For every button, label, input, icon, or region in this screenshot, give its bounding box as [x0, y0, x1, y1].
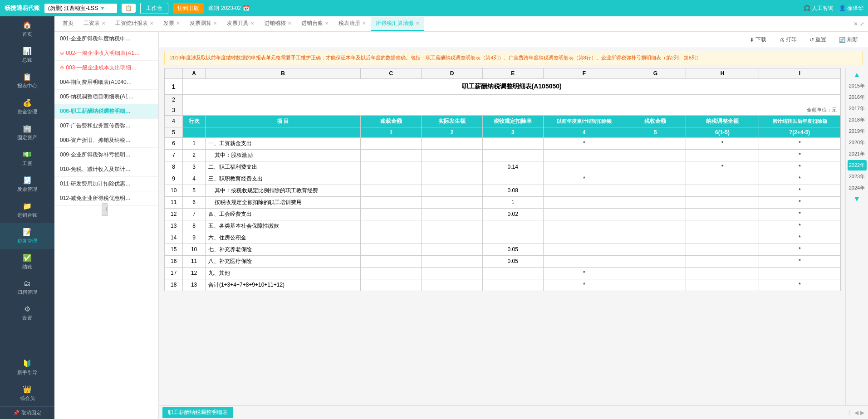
year-2016[interactable]: 2016年	[848, 92, 867, 102]
tab-payroll[interactable]: 工资表 ✕	[79, 17, 110, 31]
sidebar-item-payroll[interactable]: 💵 工资	[0, 146, 54, 171]
sidebar-item-reports[interactable]: 📋 报表中心	[0, 68, 54, 94]
year-2022[interactable]: 2022年	[848, 160, 867, 171]
sidebar-label-assets: 固定资产	[17, 134, 37, 141]
tab-bar-right: ✕ ⤢	[853, 21, 864, 27]
tab-payroll-label: 工资表	[83, 19, 100, 27]
form-list-item-004[interactable]: 004-期间费用明细表(A1040…	[54, 75, 158, 90]
headphone-icon: 🎧	[804, 5, 810, 11]
sidebar-item-assets[interactable]: 🏢 固定资产	[0, 120, 54, 146]
tab-invoice-issue-close[interactable]: ✕	[250, 21, 254, 26]
tab-fullscreen-icon[interactable]: ⤢	[860, 21, 864, 27]
sidebar-item-guide[interactable]: 🔰 新手引导	[0, 355, 54, 380]
calendar-icon[interactable]: 📅	[243, 5, 250, 11]
tab-audit-close[interactable]: ✕	[288, 21, 291, 26]
year-2021[interactable]: 2021年	[848, 149, 867, 159]
form-list-item-007[interactable]: 007-广告费和业务宣传费弥…	[54, 119, 158, 133]
sheet-wrapper[interactable]: A B C D E F G H I	[159, 68, 868, 405]
year-2024[interactable]: 2024年	[848, 183, 867, 193]
tab-payroll-stats[interactable]: 工资统计报表 ✕	[111, 17, 158, 31]
download-btn[interactable]: ⬇ 下载	[745, 34, 771, 45]
form-list-item-002[interactable]: ⊙ 002-一般企业收入明细表(A1…	[54, 46, 158, 61]
tab-payroll-stats-close[interactable]: ✕	[150, 21, 153, 26]
tab-income-tax-close[interactable]: ✕	[416, 21, 419, 26]
form-list-item-009[interactable]: 009-企业所得税弥补亏损明…	[54, 148, 158, 162]
tab-invoice-calc[interactable]: 发票测算 ✕	[185, 17, 221, 31]
year-2023[interactable]: 2023年	[848, 171, 867, 182]
th-H: H	[686, 68, 759, 78]
rn-2: 2	[165, 94, 183, 105]
tab-tax-list[interactable]: 税表清册 ✕	[334, 17, 370, 31]
sidebar-item-invoice[interactable]: 🧾 发票管理	[0, 171, 54, 197]
tab-invoice-close[interactable]: ✕	[176, 21, 180, 26]
reset-btn[interactable]: ↺ 重置	[805, 34, 831, 45]
sidebar-item-ledger[interactable]: 📊 总账	[0, 42, 54, 68]
sidebar-label-purchases: 进销台账	[17, 212, 37, 219]
form-list-item-006[interactable]: 006-职工薪酬纳税调整明细…	[54, 104, 158, 119]
rn-1: 1	[165, 78, 183, 94]
form-list-item-001[interactable]: 001-企业所得税年度纳税申…	[54, 32, 158, 46]
unpin-btn[interactable]: 📌 取消固定	[0, 406, 54, 419]
year-2019[interactable]: 2019年	[848, 126, 867, 136]
workbench-btn[interactable]: 工作台	[140, 3, 168, 14]
tab-ledger[interactable]: 进销台账 ✕	[297, 17, 333, 31]
year-2020[interactable]: 2020年	[848, 137, 867, 148]
tab-home-label: 首页	[63, 19, 74, 27]
collapse-panel-btn[interactable]: 《	[102, 203, 108, 216]
bottom-scroll-right[interactable]: ▶	[860, 409, 864, 416]
tab-expand-icon[interactable]: ✕	[853, 21, 858, 27]
tab-home[interactable]: 首页	[58, 17, 78, 31]
sidebar-label-reports: 报表中心	[17, 83, 37, 89]
sidebar-item-home[interactable]: 🏠 首页	[0, 16, 54, 42]
tab-ledger-close[interactable]: ✕	[325, 21, 329, 26]
tab-invoice[interactable]: 发票 ✕	[159, 17, 184, 31]
form-list-item-003[interactable]: ⊙ 003-一般企业成本支出明细…	[54, 61, 158, 75]
tab-audit[interactable]: 进销稽核 ✕	[260, 17, 296, 31]
year-2017[interactable]: 2017年	[848, 103, 867, 114]
tab-invoice-issue[interactable]: 发票开具 ✕	[222, 17, 259, 31]
bottom-menu-icon[interactable]: ⋮	[847, 409, 853, 416]
sidebar-item-member[interactable]: 👑 畅会员	[0, 380, 54, 406]
refresh-btn[interactable]: 🔄 刷新	[834, 34, 863, 45]
sidebar-item-close[interactable]: ✅ 结账	[0, 249, 54, 275]
bottom-sheet-tab[interactable]: 职工薪酬纳税调整明细表	[162, 407, 233, 418]
user-btn[interactable]: 👤 徐泽华	[839, 5, 863, 12]
tab-payroll-stats-label: 工资统计报表	[115, 19, 148, 27]
col-rate: 税收规定扣除率	[482, 115, 543, 127]
tab-tax-list-close[interactable]: ✕	[362, 21, 366, 26]
service-btn[interactable]: 🎧 人工客询	[804, 5, 834, 12]
form-list-item-005[interactable]: 005-纳税调整项目明细表(A1…	[54, 90, 158, 104]
sidebar-item-archive[interactable]: 🗂 归档管理	[0, 275, 54, 300]
year-nav-up[interactable]: ▲	[853, 70, 862, 80]
payroll-icon: 💵	[23, 150, 32, 159]
notice-bar: 2019年度涉及取以前年度结转数据的申报表单元格需要手工维护正确，才能保证本年及…	[164, 51, 863, 65]
period-label: 账期	[208, 5, 219, 12]
year-nav-down[interactable]: ▼	[853, 194, 862, 204]
col-adj: 纳税调整全额	[686, 115, 759, 127]
th-I: I	[759, 68, 841, 78]
tab-tax-list-label: 税表清册	[338, 19, 360, 27]
table-row: 18 13 合计(1+3+4+7+8+9+10+11+12) *	[165, 279, 841, 291]
form-list-item-010[interactable]: 010-免税、减计收入及加计…	[54, 162, 158, 177]
refresh-icon: 🔄	[839, 37, 846, 43]
print-btn[interactable]: 🖨 打印	[775, 34, 801, 45]
tab-invoice-calc-close[interactable]: ✕	[213, 21, 217, 26]
form-list-item-008[interactable]: 008-资产折旧、摊销及纳税…	[54, 133, 158, 148]
company-selector[interactable]: (勿删) 江西稳宝-LSS ▼	[44, 4, 117, 13]
switch-btn[interactable]: 切到旧版	[173, 3, 204, 14]
sidebar-item-settings[interactable]: ⚙ 设置	[0, 300, 54, 326]
sidebar-item-tax[interactable]: 📝 税务管理	[0, 223, 54, 249]
data-table: A B C D E F G H I	[164, 68, 841, 291]
sidebar-item-purchases[interactable]: 📁 进销台账	[0, 197, 54, 223]
tab-income-tax[interactable]: 所得税汇算清缴 ✕	[371, 17, 424, 31]
sidebar-item-finance[interactable]: 💰 资金管理	[0, 94, 54, 120]
tab-payroll-close[interactable]: ✕	[102, 21, 105, 26]
year-2018[interactable]: 2018年	[848, 115, 867, 125]
form-list-panel: 001-企业所得税年度纳税申… ⊙ 002-一般企业收入明细表(A1… ⊙ 00…	[54, 32, 159, 419]
bottom-scroll-left[interactable]: ◀	[854, 409, 858, 416]
copy-btn[interactable]: 📋	[122, 4, 136, 13]
col-seq: 行次	[183, 115, 206, 127]
form-list-item-011[interactable]: 011-研发费用加计扣除优惠…	[54, 177, 158, 191]
tab-audit-label: 进销稽核	[264, 19, 286, 27]
year-2015[interactable]: 2015年	[848, 81, 867, 91]
